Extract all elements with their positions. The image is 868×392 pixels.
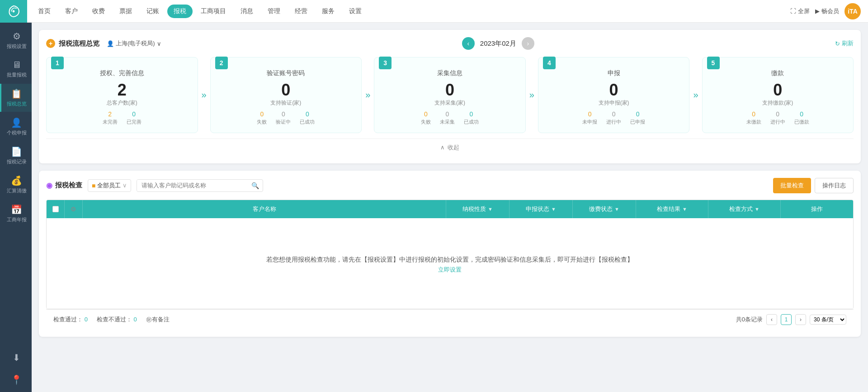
tax-overview-icon: 📋	[11, 88, 22, 99]
stat-collect-failed: 0 失败	[421, 110, 431, 125]
refresh-button[interactable]: ↻ 刷新	[835, 39, 854, 48]
immediate-setup-link[interactable]: 立即设置	[438, 266, 462, 274]
per-page-selector[interactable]: 30 条/页 50 条/页 100 条/页	[810, 315, 846, 325]
col-filing-status[interactable]: 申报状态 ▼	[509, 200, 573, 218]
staff-selector[interactable]: ■ 全部员工 ∨	[88, 179, 131, 192]
location-icon: 📍	[11, 374, 22, 385]
check-actions: 批量检查 操作日志	[773, 178, 854, 193]
table-header: ⚙ 客户名称 纳税性质 ▼ 申报状态 ▼ 缴费状态 ▼	[47, 200, 853, 218]
check-pass-count[interactable]: 0	[85, 316, 88, 323]
top-navigation: 首页 客户 收费 票据 记账 报税 工商项目 消息 管理 经营 服务 设置 ⛶ …	[0, 0, 868, 23]
svg-point-0	[13, 10, 15, 12]
nav-tax[interactable]: 报税	[167, 5, 193, 18]
col-checkbox[interactable]	[47, 200, 65, 218]
step-card-5: 5 缴款 0 支持缴款(家) 0 未缴款 0 进行中 0 已缴款	[702, 57, 854, 133]
table-wrapper: ⚙ 客户名称 纳税性质 ▼ 申报状态 ▼ 缴费状态 ▼	[46, 200, 854, 309]
has-note-label: ㊖有备注	[146, 316, 170, 324]
empty-message: 若您想使用报税检查功能，请先在【报税设置】中进行报税的初始化设置，完成密码验证和…	[266, 253, 633, 266]
sidebar-item-tax-settings[interactable]: ⚙ 报税设置	[0, 26, 32, 54]
nav-business[interactable]: 工商项目	[194, 5, 232, 18]
nav-operations[interactable]: 经营	[288, 5, 314, 18]
col-tax-type[interactable]: 纳税性质 ▼	[446, 200, 509, 218]
settings-icon: ⚙	[71, 206, 76, 213]
fullscreen-button[interactable]: ⛶ 全屏	[790, 7, 810, 15]
sidebar-bottom: ⬇ 📍	[7, 348, 25, 392]
batch-tax-icon: 🖥	[12, 60, 21, 70]
filter-icon-tax-type: ▼	[488, 206, 493, 212]
step-2-stats: 0 失败 0 验证中 0 已成功	[220, 110, 353, 125]
overview-panel: + 报税流程总览 👤 上海(电子税局) ∨ ‹ 2023年02月 › ↻ 刷新	[39, 30, 861, 163]
search-box: 🔍	[137, 179, 263, 192]
footer-stats: 检查通过： 0 检查不通过： 0 ㊖有备注	[53, 316, 170, 324]
nav-messages[interactable]: 消息	[234, 5, 259, 18]
tax-check-panel: ◉ 报税检查 ■ 全部员工 ∨ 🔍 批量检查 操作日志	[39, 171, 861, 337]
col-settings[interactable]: ⚙	[65, 200, 83, 218]
check-table: ⚙ 客户名称 纳税性质 ▼ 申报状态 ▼ 缴费状态 ▼	[46, 200, 854, 309]
next-month-button[interactable]: ›	[522, 37, 534, 50]
col-check-method[interactable]: 检查方式 ▼	[708, 200, 781, 218]
table-body-empty: 若您想使用报税检查功能，请先在【报税设置】中进行报税的初始化设置，完成密码验证和…	[47, 218, 853, 309]
sidebar-item-settlement[interactable]: 💰 汇算清缴	[0, 171, 32, 199]
nav-settings[interactable]: 设置	[343, 5, 368, 18]
user-avatar[interactable]: iTA	[844, 3, 861, 19]
pagination: 共0条记录 ‹ 1 › 30 条/页 50 条/页 100 条/页	[736, 314, 846, 325]
sidebar-item-batch-tax[interactable]: 🖥 批量报税	[0, 55, 32, 83]
nav-bills[interactable]: 票据	[113, 5, 138, 18]
col-payment-status[interactable]: 缴费状态 ▼	[573, 200, 636, 218]
check-header: ◉ 报税检查 ■ 全部员工 ∨ 🔍 批量检查 操作日志	[46, 178, 854, 193]
select-all-checkbox[interactable]	[52, 206, 59, 212]
member-button[interactable]: ▶ 畅会员	[815, 7, 839, 15]
filter-icon-payment: ▼	[614, 206, 619, 212]
stat-paid: 0 已缴款	[794, 110, 809, 125]
sidebar-item-tax-records[interactable]: 📄 报税记录	[0, 142, 32, 170]
nav-home[interactable]: 首页	[32, 5, 57, 18]
arrow-4-5: »	[689, 57, 702, 133]
operation-log-button[interactable]: 操作日志	[815, 178, 854, 193]
nav-fees[interactable]: 收费	[86, 5, 111, 18]
col-check-result[interactable]: 检查结果 ▼	[636, 200, 708, 218]
staff-icon: ■	[92, 182, 95, 189]
nav-services[interactable]: 服务	[316, 5, 341, 18]
arrow-3-4: »	[526, 57, 538, 133]
sidebar-item-download[interactable]: ⬇	[7, 348, 25, 369]
stat-incomplete: 2 未完善	[103, 110, 118, 125]
staff-chevron-icon: ∨	[123, 182, 127, 189]
sidebar-item-location[interactable]: 📍	[7, 370, 25, 391]
stat-filing: 0 进行中	[606, 110, 621, 125]
location-icon-small: 👤	[107, 40, 114, 47]
search-input[interactable]	[137, 180, 248, 191]
nav-customer[interactable]: 客户	[59, 5, 84, 18]
batch-check-button[interactable]: 批量检查	[773, 178, 811, 193]
arrow-1-2: »	[198, 57, 210, 133]
next-page-button[interactable]: ›	[795, 314, 806, 325]
nav-management[interactable]: 管理	[261, 5, 287, 18]
step-card-4: 4 申报 0 支持申报(家) 0 未申报 0 进行中 0 已申报	[538, 57, 690, 133]
play-icon: ▶	[815, 8, 820, 14]
arrow-2-3: »	[362, 57, 374, 133]
nav-bookkeeping[interactable]: 记账	[140, 5, 165, 18]
stat-verifying: 0 验证中	[276, 110, 291, 125]
sidebar-item-tax-overview[interactable]: 📋 报税总览	[0, 84, 32, 112]
col-operations: 操作	[781, 200, 853, 218]
location-selector[interactable]: 👤 上海(电子税局) ∨	[107, 39, 161, 48]
table-footer: 检查通过： 0 检查不通过： 0 ㊖有备注 共0条记录 ‹ 1 › 30 条/页…	[46, 309, 854, 330]
search-button[interactable]: 🔍	[248, 180, 263, 191]
refresh-icon: ↻	[835, 40, 840, 47]
stat-not-paid: 0 未缴款	[746, 110, 761, 125]
prev-month-button[interactable]: ‹	[462, 37, 475, 50]
step-3-stats: 0 失败 0 未采集 0 已成功	[383, 110, 516, 125]
sidebar-item-personal-tax[interactable]: 👤 个税申报	[0, 113, 32, 141]
check-fail-count[interactable]: 0	[133, 316, 137, 323]
stat-success: 0 已成功	[300, 110, 315, 125]
step-number-2: 2	[215, 57, 228, 69]
check-pass-label: 检查通过： 0	[53, 316, 88, 324]
settlement-icon: 💰	[11, 175, 22, 186]
collapse-button[interactable]: ∧ 收起	[46, 139, 854, 156]
filter-icon-result: ▼	[682, 206, 687, 212]
sidebar-item-annual-report[interactable]: 📅 工商年报	[0, 200, 32, 228]
prev-page-button[interactable]: ‹	[766, 314, 777, 325]
filter-icon-filing: ▼	[551, 206, 556, 212]
sidebar: ⚙ 报税设置 🖥 批量报税 📋 报税总览 👤 个税申报 📄 报税记录 💰 汇算清…	[0, 23, 32, 392]
personal-tax-icon: 👤	[11, 117, 22, 128]
stat-not-filed: 0 未申报	[582, 110, 597, 125]
